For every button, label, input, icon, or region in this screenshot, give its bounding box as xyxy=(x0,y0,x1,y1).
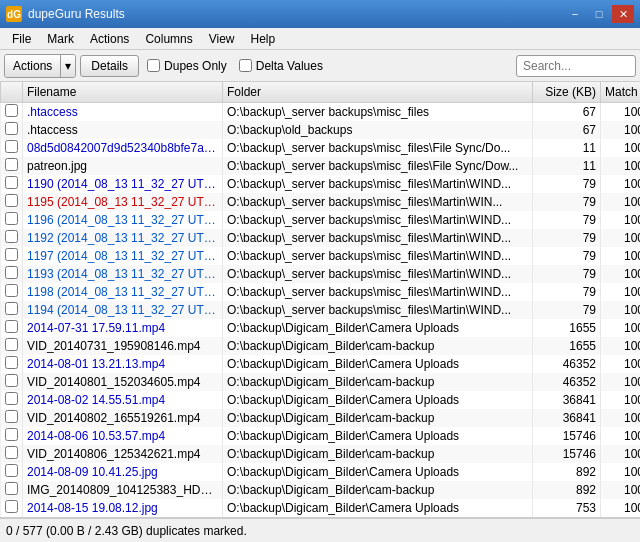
row-filename: 2014-08-15 19.08.12.jpg xyxy=(23,499,223,517)
row-folder: O:\backup\Digicam_Bilder\cam-backup xyxy=(223,445,533,463)
close-button[interactable]: ✕ xyxy=(612,5,634,23)
header-size[interactable]: Size (KB) xyxy=(533,82,601,103)
row-filename: 1194 (2014_08_13 11_32_27 UTC).001 xyxy=(23,301,223,319)
menu-bar: File Mark Actions Columns View Help xyxy=(0,28,640,50)
row-checkbox[interactable] xyxy=(5,122,18,135)
row-filename: 08d5d0842007d9d52340b8bfe7a02... xyxy=(23,139,223,157)
delta-values-checkbox[interactable] xyxy=(239,59,252,72)
row-folder: O:\backup\Digicam_Bilder\Camera Uploads xyxy=(223,391,533,409)
row-checkbox-cell xyxy=(1,139,23,157)
row-checkbox[interactable] xyxy=(5,464,18,477)
row-match: 100 xyxy=(601,427,641,445)
menu-columns[interactable]: Columns xyxy=(137,30,200,48)
row-checkbox-cell xyxy=(1,373,23,391)
row-checkbox[interactable] xyxy=(5,176,18,189)
table-row: VID_20140806_125342621.mp4 O:\backup\Dig… xyxy=(1,445,641,463)
row-checkbox[interactable] xyxy=(5,338,18,351)
row-folder: O:\backup\_server backups\misc_files\Fil… xyxy=(223,139,533,157)
row-match: 100 xyxy=(601,175,641,193)
row-match: 100 xyxy=(601,157,641,175)
row-checkbox[interactable] xyxy=(5,212,18,225)
row-checkbox[interactable] xyxy=(5,302,18,315)
menu-file[interactable]: File xyxy=(4,30,39,48)
row-filename: 1196 (2014_08_13 11_32_27 UTC).001 xyxy=(23,211,223,229)
row-size: 46352 xyxy=(533,373,601,391)
dupes-only-checkbox[interactable] xyxy=(147,59,160,72)
table-row: 1196 (2014_08_13 11_32_27 UTC).001 O:\ba… xyxy=(1,211,641,229)
row-checkbox[interactable] xyxy=(5,266,18,279)
row-filename: VID_20140802_165519261.mp4 xyxy=(23,409,223,427)
row-size: 11 xyxy=(533,139,601,157)
menu-actions[interactable]: Actions xyxy=(82,30,137,48)
row-checkbox-cell xyxy=(1,193,23,211)
row-match: 100 xyxy=(601,373,641,391)
results-table: Filename Folder Size (KB) Match ▲ .htacc… xyxy=(0,82,640,518)
table-header-row: Filename Folder Size (KB) Match ▲ xyxy=(1,82,641,103)
row-checkbox[interactable] xyxy=(5,158,18,171)
menu-mark[interactable]: Mark xyxy=(39,30,82,48)
row-match: 100 xyxy=(601,265,641,283)
row-size: 11 xyxy=(533,157,601,175)
row-folder: O:\backup\Digicam_Bilder\cam-backup xyxy=(223,373,533,391)
row-folder: O:\backup\_server backups\misc_files\Mar… xyxy=(223,193,533,211)
row-checkbox[interactable] xyxy=(5,320,18,333)
row-folder: O:\backup\Digicam_Bilder\cam-backup xyxy=(223,481,533,499)
details-button[interactable]: Details xyxy=(80,55,139,77)
search-input[interactable] xyxy=(516,55,636,77)
row-folder: O:\backup\_server backups\misc_files\Mar… xyxy=(223,229,533,247)
row-checkbox-cell xyxy=(1,409,23,427)
row-size: 79 xyxy=(533,193,601,211)
row-checkbox[interactable] xyxy=(5,140,18,153)
row-checkbox[interactable] xyxy=(5,446,18,459)
table-row: 1193 (2014_08_13 11_32_27 UTC).001 O:\ba… xyxy=(1,265,641,283)
menu-help[interactable]: Help xyxy=(243,30,284,48)
header-folder[interactable]: Folder xyxy=(223,82,533,103)
row-folder: O:\backup\_server backups\misc_files\Mar… xyxy=(223,301,533,319)
row-folder: O:\backup\Digicam_Bilder\Camera Uploads xyxy=(223,355,533,373)
status-bar: 0 / 577 (0.00 B / 2.43 GB) duplicates ma… xyxy=(0,518,640,542)
row-checkbox[interactable] xyxy=(5,482,18,495)
minimize-button[interactable]: − xyxy=(564,5,586,23)
dupes-only-label[interactable]: Dupes Only xyxy=(164,59,227,73)
row-checkbox[interactable] xyxy=(5,104,18,117)
row-match: 100 xyxy=(601,229,641,247)
row-checkbox[interactable] xyxy=(5,356,18,369)
maximize-button[interactable]: □ xyxy=(588,5,610,23)
row-filename: VID_20140806_125342621.mp4 xyxy=(23,445,223,463)
row-checkbox[interactable] xyxy=(5,392,18,405)
header-match[interactable]: Match ▲ xyxy=(601,82,641,103)
title-bar: dG dupeGuru Results − □ ✕ xyxy=(0,0,640,28)
row-checkbox-cell xyxy=(1,319,23,337)
row-checkbox[interactable] xyxy=(5,428,18,441)
row-checkbox[interactable] xyxy=(5,230,18,243)
row-checkbox-cell xyxy=(1,103,23,121)
menu-view[interactable]: View xyxy=(201,30,243,48)
table-row: 1192 (2014_08_13 11_32_27 UTC).001 O:\ba… xyxy=(1,229,641,247)
row-checkbox-cell xyxy=(1,391,23,409)
row-checkbox-cell xyxy=(1,463,23,481)
row-filename: 1192 (2014_08_13 11_32_27 UTC).001 xyxy=(23,229,223,247)
results-table-container: Filename Folder Size (KB) Match ▲ .htacc… xyxy=(0,82,640,518)
delta-values-label[interactable]: Delta Values xyxy=(256,59,323,73)
row-size: 892 xyxy=(533,481,601,499)
actions-dropdown-button[interactable]: ▾ xyxy=(60,55,75,77)
row-filename: 2014-08-01 13.21.13.mp4 xyxy=(23,355,223,373)
table-row: VID_20140731_195908146.mp4 O:\backup\Dig… xyxy=(1,337,641,355)
row-checkbox-cell xyxy=(1,121,23,139)
row-match: 100 xyxy=(601,463,641,481)
row-checkbox[interactable] xyxy=(5,194,18,207)
header-filename[interactable]: Filename xyxy=(23,82,223,103)
row-checkbox[interactable] xyxy=(5,500,18,513)
row-folder: O:\backup\_server backups\misc_files\Mar… xyxy=(223,283,533,301)
actions-button[interactable]: Actions xyxy=(5,55,60,77)
row-filename: 2014-08-09 10.41.25.jpg xyxy=(23,463,223,481)
table-row: .htaccess O:\backup\old_backups 67 100 xyxy=(1,121,641,139)
table-row: 2014-08-06 10.53.57.mp4 O:\backup\Digica… xyxy=(1,427,641,445)
row-checkbox[interactable] xyxy=(5,410,18,423)
table-row: 1190 (2014_08_13 11_32_27 UTC).001 O:\ba… xyxy=(1,175,641,193)
row-checkbox[interactable] xyxy=(5,374,18,387)
row-checkbox[interactable] xyxy=(5,284,18,297)
row-checkbox[interactable] xyxy=(5,248,18,261)
row-checkbox-cell xyxy=(1,247,23,265)
row-folder: O:\backup\Digicam_Bilder\Camera Uploads xyxy=(223,499,533,517)
